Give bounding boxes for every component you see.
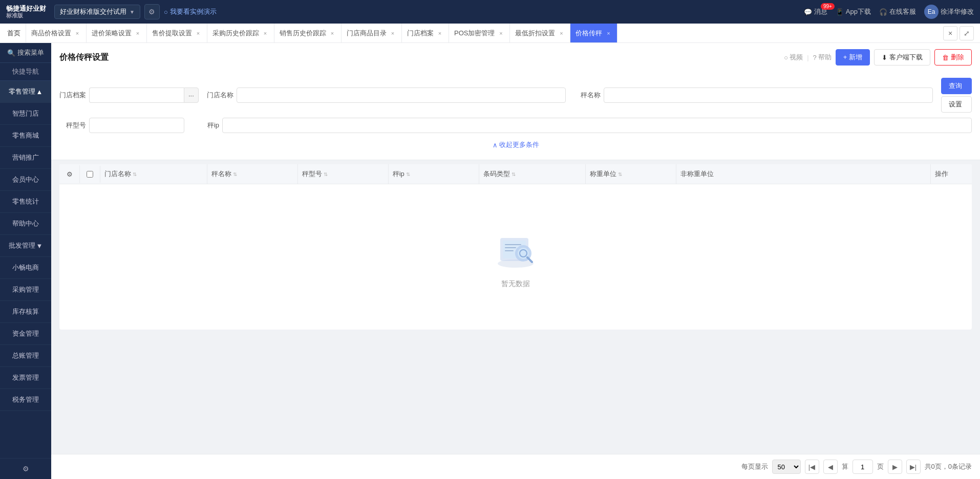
- env-selector[interactable]: 好业财标准版交付试用 ▼: [54, 5, 140, 19]
- select-all-checkbox[interactable]: [87, 171, 93, 178]
- scale-name-input[interactable]: [604, 88, 933, 103]
- help-link[interactable]: ? 帮助: [813, 53, 832, 62]
- th-barcode-type[interactable]: 条码类型 ⇅: [479, 164, 586, 184]
- close-icon[interactable]: ×: [329, 30, 336, 37]
- tab-purchase-strategy[interactable]: 进价策略设置 ×: [87, 24, 147, 43]
- question-icon: ?: [813, 54, 817, 61]
- first-page-button[interactable]: |◀: [805, 460, 819, 474]
- search-row-2: 秤型号 秤ip: [59, 118, 972, 133]
- tab-store-archive[interactable]: 门店档案 ×: [402, 24, 449, 43]
- close-icon[interactable]: ×: [262, 30, 269, 37]
- th-scale-model[interactable]: 秤型号 ⇅: [298, 164, 389, 184]
- delete-button[interactable]: 🗑 删除: [934, 49, 972, 66]
- chevron-down-icon: ▼: [36, 242, 43, 250]
- gear-icon: ⚙: [148, 8, 155, 16]
- tab-bar-controls: × ⤢: [939, 26, 978, 40]
- header-right: 💬 消息 99+ 📱 App下载 🎧 在线客服 Ea 徐泽华修改: [804, 5, 974, 19]
- scale-model-field: 秤型号: [59, 118, 184, 133]
- tab-home[interactable]: 首页: [2, 24, 26, 43]
- sidebar-item-purchase[interactable]: 采购管理: [0, 279, 51, 301]
- tab-sale-extract[interactable]: 售价提取设置 ×: [147, 24, 207, 43]
- store-archive-browse-button[interactable]: ···: [184, 88, 199, 103]
- phone-icon: 📱: [836, 8, 844, 16]
- tab-price-settings[interactable]: 商品价格设置 ×: [26, 24, 87, 43]
- last-page-button[interactable]: ▶|: [906, 460, 921, 474]
- user-menu[interactable]: Ea 徐泽华修改: [924, 5, 974, 19]
- download-icon: ⬇: [882, 54, 887, 61]
- sidebar-item-marketing[interactable]: 营销推广: [0, 147, 51, 169]
- scale-model-input[interactable]: [89, 118, 184, 133]
- online-service-button[interactable]: 🎧 在线客服: [879, 7, 916, 16]
- close-icon[interactable]: ×: [605, 30, 612, 37]
- sidebar-item-retail[interactable]: 零售管理 ▲: [0, 81, 51, 103]
- sidebar-item-ecommerce[interactable]: 小畅电商: [0, 257, 51, 279]
- header-settings-button[interactable]: ⚙: [144, 4, 160, 19]
- form-side-buttons: 查询 设置: [941, 78, 972, 113]
- th-scale-ip[interactable]: 秤ip ⇅: [389, 164, 479, 184]
- message-button[interactable]: 💬 消息 99+: [804, 7, 827, 16]
- collapse-row: ∧ 收起更多条件: [59, 138, 972, 154]
- close-icon[interactable]: ×: [74, 30, 81, 37]
- tab-purchase-history[interactable]: 采购历史价跟踪 ×: [207, 24, 274, 43]
- app-logo: 畅捷通好业财 标准版: [6, 5, 46, 19]
- settings-button[interactable]: 设置: [941, 96, 972, 113]
- sidebar-item-ledger[interactable]: 总账管理: [0, 345, 51, 367]
- next-page-button[interactable]: ▶: [888, 460, 902, 474]
- sidebar-item-retail-mall[interactable]: 零售商城: [0, 125, 51, 147]
- settings-icon: ⚙: [67, 170, 73, 178]
- th-operation: 操作: [931, 164, 972, 184]
- sidebar-item-member[interactable]: 会员中心: [0, 169, 51, 191]
- sidebar-item-invoice[interactable]: 发票管理: [0, 367, 51, 389]
- pagination: 每页显示 10 20 50 100 |◀ ◀ 算 页 ▶ ▶| 共0页，0条记录: [51, 454, 980, 479]
- sidebar-item-smart-store[interactable]: 智慧门店: [0, 103, 51, 125]
- tab-sale-history[interactable]: 销售历史价跟踪 ×: [274, 24, 342, 43]
- per-page-select[interactable]: 10 20 50 100: [772, 460, 801, 474]
- tab-pos-mgmt[interactable]: POS加密管理 ×: [449, 24, 510, 43]
- trash-icon: 🗑: [942, 54, 949, 61]
- sidebar-search[interactable]: 🔍 搜索菜单: [0, 43, 51, 63]
- tab-min-discount[interactable]: 最低折扣设置 ×: [510, 24, 570, 43]
- page-header: 价格传秤设置 ○ 视频 | ? 帮助 + 新增 ⬇: [51, 43, 980, 160]
- expand-tab-button[interactable]: ⤢: [960, 26, 974, 40]
- store-name-input[interactable]: [237, 88, 566, 103]
- close-tab-button[interactable]: ×: [943, 26, 957, 40]
- sidebar-settings-button[interactable]: ⚙: [0, 458, 51, 479]
- th-checkbox[interactable]: [80, 166, 100, 183]
- close-icon[interactable]: ×: [497, 30, 504, 37]
- scale-ip-input[interactable]: [222, 118, 972, 133]
- tab-store-catalog[interactable]: 门店商品目录 ×: [342, 24, 402, 43]
- video-link[interactable]: ○ 视频: [784, 53, 803, 62]
- scale-name-field: 秤名称: [574, 88, 933, 103]
- sidebar-item-tax[interactable]: 税务管理: [0, 389, 51, 411]
- table-container: ⚙ 门店名称 ⇅ 秤名称 ⇅ 秤型号 ⇅: [59, 164, 972, 330]
- collapse-button[interactable]: ∧ 收起更多条件: [493, 140, 539, 149]
- store-archive-input[interactable]: [89, 88, 184, 103]
- close-icon[interactable]: ×: [558, 30, 565, 37]
- th-store-name[interactable]: 门店名称 ⇅: [100, 164, 207, 184]
- sidebar-item-inventory[interactable]: 库存核算: [0, 301, 51, 323]
- th-settings[interactable]: ⚙: [59, 165, 80, 183]
- app-download-button[interactable]: 📱 App下载: [836, 7, 871, 16]
- th-scale-name[interactable]: 秤名称 ⇅: [207, 164, 298, 184]
- th-weight-unit[interactable]: 称重单位 ⇅: [586, 164, 676, 184]
- close-icon[interactable]: ×: [389, 30, 396, 37]
- download-button[interactable]: ⬇ 客户端下载: [874, 49, 930, 66]
- close-icon[interactable]: ×: [195, 30, 202, 37]
- scale-name-label: 秤名称: [574, 91, 601, 100]
- page-number-input[interactable]: [853, 460, 873, 474]
- sidebar-item-wholesale[interactable]: 批发管理 ▼: [0, 235, 51, 257]
- chevron-up-icon: ∧: [493, 141, 498, 149]
- per-page-label: 每页显示: [741, 462, 768, 471]
- add-button[interactable]: + 新增: [836, 49, 870, 66]
- close-icon[interactable]: ×: [134, 30, 141, 37]
- prev-page-button[interactable]: ◀: [823, 460, 838, 474]
- tab-price-scale[interactable]: 价格传秤 ×: [570, 24, 617, 43]
- sort-icon: ⇅: [133, 171, 137, 177]
- query-button[interactable]: 查询: [941, 78, 972, 94]
- close-icon[interactable]: ×: [436, 30, 443, 37]
- sidebar-item-help[interactable]: 帮助中心: [0, 213, 51, 235]
- demo-link[interactable]: ○ 我要看实例演示: [164, 7, 217, 16]
- sidebar-item-retail-stats[interactable]: 零售统计: [0, 191, 51, 213]
- sidebar-item-finance[interactable]: 资金管理: [0, 323, 51, 345]
- sidebar-shortcut[interactable]: 快捷导航: [0, 63, 51, 81]
